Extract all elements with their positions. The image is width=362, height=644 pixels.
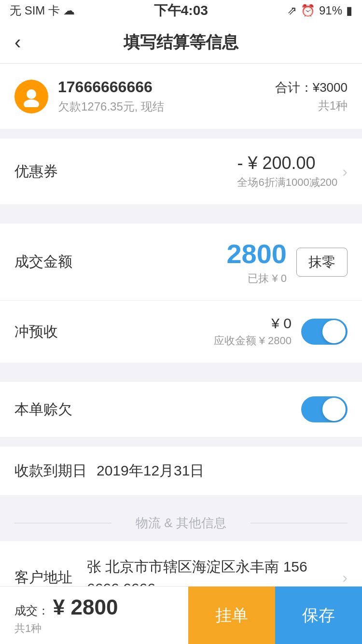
prepay-sub: 应收金额 ¥ 2800 <box>214 334 292 348</box>
deal-sub: 已抹 ¥ 0 <box>226 271 287 286</box>
toggle-knob <box>322 320 346 343</box>
round-off-button[interactable]: 抹零 <box>296 248 348 277</box>
page-title: 填写结算等信息 <box>124 31 238 54</box>
deal-label: 成交金额 <box>14 252 72 272</box>
prepay-toggle[interactable] <box>301 319 348 345</box>
bottom-deal-amount: ¥ 2800 <box>53 595 118 619</box>
prepay-row: 冲预收 ¥ 0 应收金额 ¥ 2800 <box>0 300 362 363</box>
deal-right: 2800 已抹 ¥ 0 抹零 <box>226 238 348 286</box>
total-label: 合计：¥3000 <box>275 79 348 96</box>
nav-bar: ‹ 填写结算等信息 <box>0 21 362 64</box>
duedate-value: 2019年12月31日 <box>97 461 204 481</box>
customer-total: 合计：¥3000 共1种 <box>275 79 348 113</box>
logistics-line-right <box>251 523 348 523</box>
navigation-icon: ⇗ <box>287 4 297 17</box>
battery-label: 91% <box>319 4 342 17</box>
customer-sub: 欠款1276.35元, 现结 <box>58 99 164 114</box>
battery-icon: ▮ <box>346 4 352 17</box>
sim-label: 无 SIM 卡 ☁ <box>10 3 75 18</box>
logistics-label: 物流 & 其他信息 <box>136 515 226 532</box>
save-button[interactable]: 保存 <box>275 587 362 644</box>
credit-toggle-knob <box>322 398 346 421</box>
deal-amount-row: 成交金额 2800 已抹 ¥ 0 抹零 <box>0 224 362 300</box>
pending-button[interactable]: 挂单 <box>188 587 275 644</box>
coupon-row[interactable]: 优惠券 - ¥ 200.00 全场6折满1000减200 › <box>0 139 362 204</box>
svg-point-1 <box>24 99 39 107</box>
back-button[interactable]: ‹ <box>14 31 21 53</box>
coupon-amount: - ¥ 200.00 <box>237 153 337 173</box>
coupon-sub: 全场6折满1000减200 <box>237 175 337 190</box>
deal-amount: 2800 <box>226 238 287 269</box>
status-right: ⇗ ⏰ 91% ▮ <box>287 4 352 17</box>
status-bar: 无 SIM 卡 ☁ 下午4:03 ⇗ ⏰ 91% ▮ <box>0 0 362 21</box>
alarm-icon: ⏰ <box>301 4 315 17</box>
coupon-section: 优惠券 - ¥ 200.00 全场6折满1000减200 › <box>0 139 362 204</box>
svg-point-0 <box>27 89 36 99</box>
deal-section: 成交金额 2800 已抹 ¥ 0 抹零 冲预收 ¥ 0 应收金额 ¥ 2800 <box>0 224 362 363</box>
duedate-row: 收款到期日 2019年12月31日 <box>0 447 362 495</box>
credit-row: 本单赊欠 <box>0 382 362 437</box>
address-label: 客户地址 <box>14 568 72 588</box>
prepay-right: ¥ 0 应收金额 ¥ 2800 <box>214 315 348 348</box>
customer-info-left: 17666666666 欠款1276.35元, 现结 <box>14 78 164 114</box>
bottom-deal-row: 成交： ¥ 2800 <box>14 595 174 619</box>
address-chevron-icon: › <box>342 569 348 587</box>
coupon-right: - ¥ 200.00 全场6折满1000减200 › <box>237 153 348 190</box>
status-time: 下午4:03 <box>154 1 208 20</box>
credit-toggle[interactable] <box>301 396 348 422</box>
section-divider-1 <box>0 214 362 224</box>
customer-phone: 17666666666 <box>58 78 164 96</box>
section-divider-2 <box>0 372 362 382</box>
chevron-right-icon: › <box>342 163 348 181</box>
credit-label: 本单赊欠 <box>14 400 72 420</box>
bottom-summary: 成交： ¥ 2800 共1种 <box>0 595 188 636</box>
avatar <box>14 80 48 113</box>
logistics-line-left <box>14 523 111 523</box>
prepay-amount: ¥ 0 <box>214 315 292 332</box>
bottom-deal-count: 共1种 <box>14 621 174 636</box>
bottom-deal-label: 成交： <box>14 604 49 617</box>
total-count: 共1种 <box>275 98 348 113</box>
customer-details: 17666666666 欠款1276.35元, 现结 <box>58 78 164 114</box>
coupon-label: 优惠券 <box>14 162 58 182</box>
customer-row: 17666666666 欠款1276.35元, 现结 合计：¥3000 共1种 <box>0 64 362 129</box>
logistics-divider: 物流 & 其他信息 <box>0 505 362 541</box>
prepay-label: 冲预收 <box>14 322 58 342</box>
status-left: 无 SIM 卡 ☁ <box>10 3 75 18</box>
duedate-label: 收款到期日 <box>14 461 87 481</box>
bottom-bar: 成交： ¥ 2800 共1种 挂单 保存 <box>0 586 362 644</box>
